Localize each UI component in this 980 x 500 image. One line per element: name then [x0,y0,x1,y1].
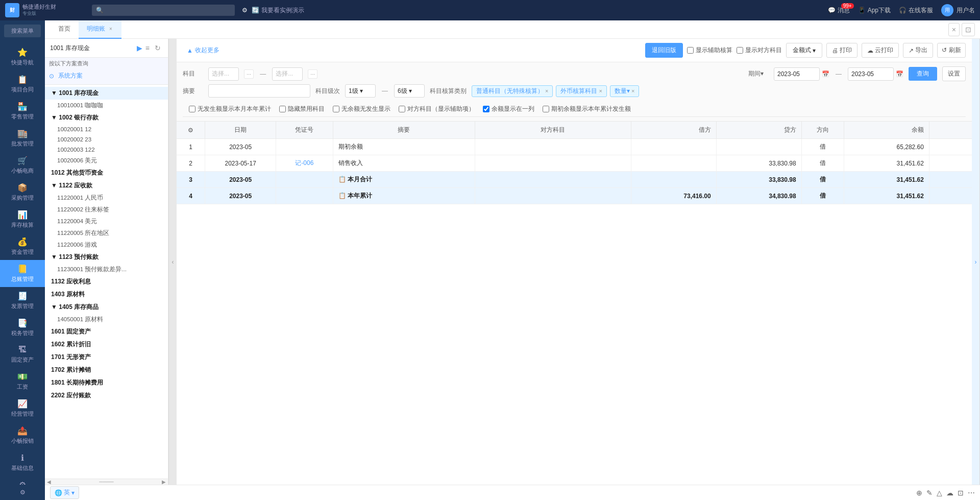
filter-tag-quantity[interactable]: 数量▾ × [610,85,639,97]
online-service-btn[interactable]: 🎧 在线客服 [899,6,933,15]
subject-ellipsis-btn[interactable]: ··· [244,69,254,79]
show-aux-input[interactable] [687,47,694,54]
side-collapse-btn[interactable]: ‹ [168,39,177,485]
level-from-select[interactable]: 1级 ▾ [345,84,376,98]
tag3-close-btn[interactable]: × [631,88,634,94]
tree-item-1132[interactable]: 1132 应收利息 [45,275,168,288]
status-icon-2[interactable]: ✎ [926,489,933,497]
tab-home[interactable]: 首页 [50,20,79,39]
settings-gear[interactable]: ⚙ [242,7,248,14]
tree-item-1702[interactable]: 1702 累计摊销 [45,364,168,376]
expand-more-btn[interactable]: ▲ 收起更多 [183,43,224,57]
status-icon-4[interactable]: ☁ [946,489,953,497]
tree-item-10020002[interactable]: 10020002 23 [45,134,168,145]
tree-item-10020003[interactable]: 10020003 122 [45,145,168,155]
check-contra-subject[interactable]: 对方科目（显示辅助项） [399,105,475,113]
export-btn[interactable]: ↗ 导出 [903,43,933,58]
print-btn[interactable]: 🖨 打印 [826,43,857,58]
scheme-name-btn[interactable]: 系统方案 [56,69,85,82]
check-hide-disabled-input[interactable] [279,106,286,112]
settings-dot-icon[interactable]: ⊙ [49,73,54,80]
period-to-input[interactable] [848,67,894,81]
level-to-select[interactable]: 6级 ▾ [394,84,425,98]
show-contra-checkbox[interactable]: 显示对方科目 [737,46,782,55]
sidebar-item-ops[interactable]: 📈 经营管理 [0,395,45,422]
check-no-balance[interactable]: 无发生额显示本月本年累计 [189,105,271,113]
period-label-text[interactable]: 期间▾ [748,70,764,77]
sidebar-item-invoice[interactable]: 🧾 发票管理 [0,287,45,314]
tree-item-1012[interactable]: 1012 其他货币资金 [45,166,168,179]
sidebar-settings-btn[interactable]: ⚙ [0,485,45,500]
tree-item-1405[interactable]: ▼ 1405 库存商品 [45,301,168,314]
scroll-right-btn[interactable]: ▶ [162,479,166,485]
sidebar-item-wholesale[interactable]: 🏬 批发管理 [0,125,45,152]
tree-item-1001[interactable]: ▼ 1001 库存现金 [45,87,168,100]
amount-style-btn[interactable]: 金额式 ▾ [786,43,822,58]
tree-item-11220001[interactable]: 11220001 人民币 [45,192,168,204]
tree-item-2202[interactable]: 2202 应付账款 [45,389,168,402]
panel-maximize-btn[interactable]: ⊡ [962,23,975,36]
subject-to-select[interactable]: 选择... [272,67,303,81]
check-opening-ytd[interactable]: 期初余额显示本年累计发生额 [543,105,631,113]
tree-item-11220002[interactable]: 11220002 往来标签 [45,204,168,216]
tree-item-10020001[interactable]: 10020001 12 [45,124,168,134]
sidebar-item-mini-ecommerce[interactable]: 🛒 小畅电商 [0,152,45,179]
tab-close-btn[interactable]: × [108,26,113,32]
query-btn[interactable]: 查询 [909,67,937,81]
check-balance-one-col[interactable]: 余额显示在一列 [483,105,534,113]
check-balance-one-input[interactable] [483,106,489,112]
messages-btn[interactable]: 💬 消息 99+ [828,6,850,15]
tree-item-11220006[interactable]: 11220006 游戏 [45,239,168,251]
tag1-close-btn[interactable]: × [545,88,548,94]
subject-from-select[interactable]: 选择... [208,67,239,81]
th-settings[interactable]: ⚙ [177,122,205,139]
check-no-occurrence[interactable]: 无余额无发生显示 [333,105,390,113]
tree-item-1801[interactable]: 1801 长期待摊费用 [45,376,168,389]
check-opening-ytd-input[interactable] [543,106,549,112]
table-settings-icon[interactable]: ⚙ [188,127,193,134]
check-no-balance-input[interactable] [189,106,195,112]
tree-item-11230001[interactable]: 11230001 预付账款差异... [45,264,168,275]
sidebar-item-project-contract[interactable]: 📋 项目合同 [0,70,45,98]
sidebar-item-capital[interactable]: 💰 资金管理 [0,233,45,260]
lang-btn[interactable]: 🌐 英 ▾ [50,486,79,499]
cal-icon-from[interactable]: 📅 [822,70,829,78]
status-icon-6[interactable]: ⋯ [968,489,975,497]
period-from-input[interactable] [774,67,820,81]
tree-item-11220004[interactable]: 11220004 美元 [45,216,168,227]
tree-item-1602[interactable]: 1602 累计折旧 [45,338,168,351]
cloud-print-btn[interactable]: ☁ 云打印 [862,43,899,58]
status-icon-3[interactable]: △ [937,489,942,497]
subject-to-ellipsis-btn[interactable]: ··· [308,69,317,79]
tree-item-1123[interactable]: ▼ 1123 预付账款 [45,251,168,264]
tree-item-1403[interactable]: 1403 原材料 [45,288,168,301]
tag2-close-btn[interactable]: × [599,88,602,94]
sidebar-item-quick-nav[interactable]: ⭐ 快捷导航 [0,43,45,70]
tree-item-10010001[interactable]: 10010001 咖咖咖 [45,100,168,111]
tree-item-14050001[interactable]: 14050001 原材料 [45,314,168,325]
status-icon-5[interactable]: ⊡ [958,489,964,497]
status-icon-1[interactable]: ⊕ [916,489,922,497]
show-contra-input[interactable] [737,47,743,54]
check-hide-disabled[interactable]: 隐藏禁用科目 [279,105,325,113]
tree-item-1601[interactable]: 1601 固定资产 [45,325,168,338]
sidebar-item-purchase[interactable]: 📦 采购管理 [0,179,45,206]
sidebar-item-basic-info[interactable]: ℹ 基础信息 [0,449,45,476]
back-old-btn[interactable]: 退回旧版 [645,43,683,58]
scroll-left-btn[interactable]: ◀ [47,479,51,485]
tree-item-10020006[interactable]: 10020006 美元 [45,155,168,166]
demo-button[interactable]: 🔄 我要看实例演示 [252,6,304,15]
sidebar-item-tax[interactable]: 📑 税务管理 [0,314,45,341]
check-contra-input[interactable] [399,106,405,112]
sidebar-item-mini-sales[interactable]: 📤 小畅报销 [0,422,45,449]
list-view-btn[interactable]: ≡ [143,43,152,53]
cell-voucher[interactable]: 记-006 [276,155,333,172]
check-no-occurrence-input[interactable] [333,106,339,112]
sidebar-item-retail[interactable]: 🏪 零售管理 [0,98,45,125]
tree-item-1002[interactable]: ▼ 1002 银行存款 [45,111,168,124]
breadcrumb-nav-btn[interactable]: ▶ [137,44,142,52]
panel-close-btn[interactable]: × [948,23,960,36]
tree-item-1701[interactable]: 1701 无形资产 [45,351,168,364]
app-download-btn[interactable]: 📱 App下载 [858,6,891,15]
refresh-list-btn[interactable]: ↻ [153,43,163,53]
